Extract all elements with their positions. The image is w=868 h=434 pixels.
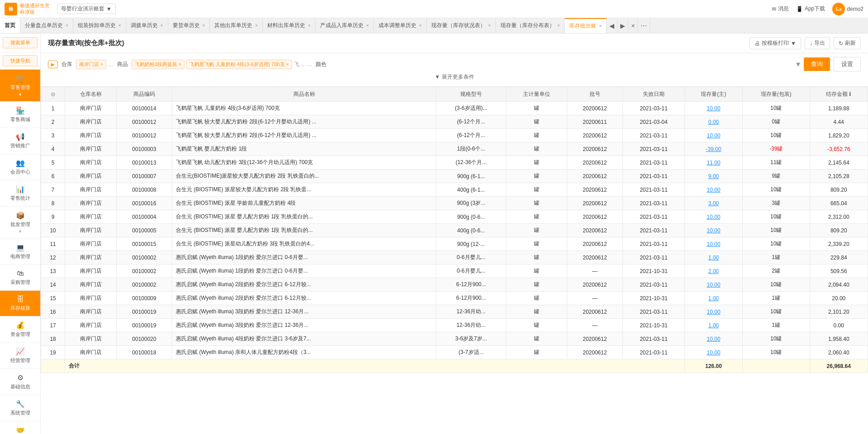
- top-bar: 畅 畅捷通好生意 标准版 母婴行业演示账套 ▼ ✉ 消息 📱 App下载 Ea …: [0, 0, 868, 18]
- purchase-icon: 🛍: [17, 269, 24, 278]
- th-expiry: 失效日期: [623, 87, 684, 102]
- marketing-icon: 📢: [16, 132, 25, 141]
- print-arrow-icon: ▼: [791, 40, 796, 47]
- tab-prev-btn[interactable]: ◀: [607, 18, 618, 33]
- tab-cost[interactable]: 成本调整单历史 ×: [374, 18, 427, 33]
- query-btn[interactable]: 查询: [804, 57, 830, 71]
- th-amount: 结存金额 ℹ: [810, 87, 868, 102]
- warehouse-more[interactable]: …: [108, 61, 113, 67]
- sidebar-item-member[interactable]: 👥 会员中心: [0, 154, 40, 180]
- page-header: 现存量查询(按仓库+批次) 🖨 按模板打印 ▼ ↓ 导出 ↻ 刷新: [41, 33, 868, 53]
- tab-more-btn[interactable]: ⋯: [638, 18, 650, 33]
- close-icon[interactable]: ×: [160, 23, 163, 28]
- export-btn[interactable]: ↓ 导出: [805, 37, 830, 49]
- sidebar-item-inventory[interactable]: 🗄 库存核算: [0, 291, 40, 316]
- sidebar-item-ecommerce[interactable]: 💻 电商管理: [0, 239, 40, 265]
- tab-inventory-status[interactable]: 现存量（库存状况表） ×: [427, 18, 496, 33]
- tab-zuanzhuang[interactable]: 组装拆卸单历史 ×: [73, 18, 126, 33]
- sidebar-item-marketing[interactable]: 📢 营销推广: [0, 128, 40, 154]
- footer-qty-main: 126.00: [684, 359, 742, 373]
- tab-material[interactable]: 材料出库单历史 ×: [263, 18, 316, 33]
- tab-inventory-dist[interactable]: 现存量（库存分布表） ×: [496, 18, 565, 33]
- sidebar-item-system[interactable]: 🔧 系统管理: [0, 395, 40, 421]
- tab-other-out[interactable]: 其他出库单历史 ×: [210, 18, 263, 33]
- expand-more-btn[interactable]: ▼ 展开更多条件: [48, 71, 861, 83]
- tab-fenliang[interactable]: 分量盘点单历史 ×: [20, 18, 73, 33]
- close-icon[interactable]: ×: [419, 23, 422, 28]
- avatar: Ea: [832, 3, 845, 15]
- tab-next-btn[interactable]: ▶: [618, 18, 628, 33]
- app-download-btn[interactable]: 📱 App下载: [796, 5, 825, 13]
- color-dropdown-btn[interactable]: ▾: [796, 59, 800, 69]
- tab-yaohuo[interactable]: 要货单历史 ×: [168, 18, 210, 33]
- sidebar-item-wholesale[interactable]: 📦 批发管理 ▼: [0, 207, 40, 239]
- table-row: 13 南岸门店 00100002 惠氏启赋 (Wyeth illuma) 1段奶…: [41, 264, 868, 278]
- table-row: 10 南岸门店 00100005 合生元 (BIOSTIME) 派星 婴儿配方奶…: [41, 224, 868, 237]
- remove-product-tag-2-btn[interactable]: ×: [286, 62, 289, 67]
- close-icon[interactable]: ×: [366, 23, 369, 28]
- th-settings: ⚙: [41, 87, 65, 102]
- sidebar-item-stats[interactable]: 📊 零售统计: [0, 180, 40, 207]
- close-icon[interactable]: ×: [66, 23, 68, 28]
- org-selector[interactable]: 母婴行业演示账套 ▼: [57, 4, 116, 14]
- print-icon: 🖨: [755, 40, 760, 47]
- inventory-table: ⚙ 仓库名称 商品编码 商品名称 规格型号 主计量单位 批号 失效日期 现存量(…: [41, 87, 868, 373]
- close-icon[interactable]: ×: [308, 23, 311, 28]
- product-more[interactable]: 飞…: [294, 61, 305, 68]
- th-batch: 批号: [567, 87, 623, 102]
- table-row: 5 南岸门店 00100013 飞鹤星飞帆 幼儿配方奶粉 3段(12-36个月幼…: [41, 156, 868, 170]
- tab-home[interactable]: 首页: [0, 18, 20, 33]
- th-warehouse: 仓库名称: [65, 87, 117, 102]
- message-btn[interactable]: ✉ 消息: [772, 5, 789, 13]
- search-menu-btn[interactable]: 搜索菜单: [3, 37, 38, 48]
- settings-btn[interactable]: 设置: [834, 57, 861, 71]
- sidebar-item-operations[interactable]: 📈 经营管理: [0, 343, 40, 369]
- sidebar-item-purchase[interactable]: 🛍 采购管理: [0, 265, 40, 291]
- tab-bar: 首页 分量盘点单历史 × 组装拆卸单历史 × 调拨单历史 × 要货单历史 × 其…: [0, 18, 868, 33]
- tab-product-in[interactable]: 产成品入库单历史 ×: [316, 18, 374, 33]
- quick-nav-btn[interactable]: 快捷导航: [3, 55, 38, 66]
- sidebar-nav-area: 快捷导航: [0, 52, 40, 70]
- operations-icon: 📈: [16, 347, 25, 356]
- print-btn[interactable]: 🖨 按模板打印 ▼: [750, 37, 801, 49]
- shop-icon: 🏪: [16, 106, 25, 115]
- close-icon[interactable]: ×: [255, 23, 258, 28]
- th-spec: 规格型号: [436, 87, 506, 102]
- product-tag-1[interactable]: 飞鹤奶粉3段两提装 ×: [132, 60, 184, 69]
- close-icon[interactable]: ×: [557, 23, 560, 28]
- refresh-btn[interactable]: ↻ 刷新: [834, 37, 861, 49]
- product-more-2[interactable]: …: [307, 61, 312, 67]
- main-layout: 搜索菜单 快捷导航 🛒 零售管理 ▼ 🏪 零售商城 📢 营销推广 👥 会员中心: [0, 33, 868, 434]
- basics-icon: ⚙: [17, 373, 24, 382]
- table-row: 14 南岸门店 00100002 惠氏启赋 (Wyeth illuma) 2段奶…: [41, 278, 868, 292]
- product-tag-2[interactable]: 飞鹤星飞帆 儿童奶粉 4段(3-6岁适用) 700克 ×: [186, 60, 292, 69]
- remove-product-tag-1-btn[interactable]: ×: [179, 62, 181, 67]
- retail-icon: 🛒: [16, 74, 25, 83]
- sidebar-item-retail[interactable]: 🛒 零售管理 ▼: [0, 70, 40, 102]
- system-icon: 🔧: [16, 400, 25, 408]
- table-row: 8 南岸门店 00100016 合生元 (BIOSTIME) 派星 学龄前儿童配…: [41, 197, 868, 210]
- tab-inventory-batch[interactable]: 库存批次账 ×: [565, 18, 607, 33]
- tab-diaob[interactable]: 调拨单历史 ×: [126, 18, 168, 33]
- filter-expand-btn[interactable]: ▶: [48, 61, 58, 68]
- finance-icon: 💰: [16, 321, 25, 330]
- sidebar-item-shop[interactable]: 🏪 零售商城: [0, 102, 40, 128]
- th-qty-pack: 现存量(包装): [742, 87, 810, 102]
- th-name: 商品名称: [172, 87, 436, 102]
- table-row: 2 南岸门店 00100012 飞鹤星飞帆 较大婴儿配方奶粉 2段(6-12个月…: [41, 115, 868, 129]
- user-avatar-btn[interactable]: Ea demo2: [832, 3, 863, 15]
- warehouse-tag[interactable]: 南岸门店 ×: [76, 60, 106, 69]
- close-icon[interactable]: ×: [203, 23, 205, 28]
- column-settings-icon[interactable]: ⚙: [51, 91, 56, 98]
- close-icon[interactable]: ×: [599, 24, 602, 28]
- sidebar-item-collab[interactable]: 🤝 企业协同: [0, 421, 40, 434]
- footer-amount: 26,968.64: [810, 359, 868, 373]
- sidebar-item-finance[interactable]: 💰 资金管理: [0, 316, 40, 343]
- close-icon[interactable]: ×: [118, 23, 121, 28]
- logo-icon: 畅: [5, 3, 17, 15]
- close-icon[interactable]: ×: [488, 23, 491, 28]
- sidebar-item-basics[interactable]: ⚙ 基础信息: [0, 369, 40, 395]
- remove-warehouse-tag-btn[interactable]: ×: [100, 62, 103, 67]
- table-row: 19 南岸门店 00100018 惠氏启赋 (Wyeth illuma) 亲和人…: [41, 346, 868, 359]
- tab-close-btn[interactable]: ×: [628, 18, 638, 33]
